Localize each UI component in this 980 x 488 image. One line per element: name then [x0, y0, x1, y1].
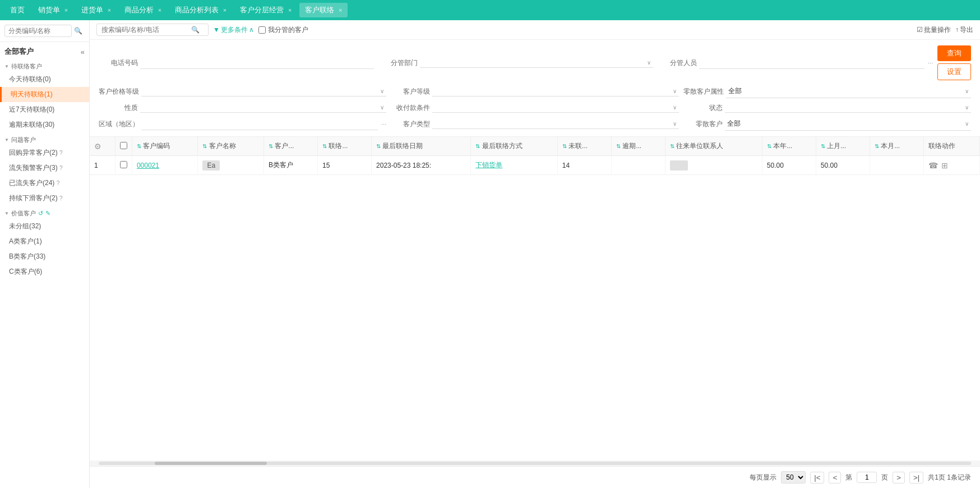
all-customers-label: 全部客户 — [4, 47, 34, 57]
action-grid-icon[interactable]: ⊞ — [941, 161, 948, 170]
horizontal-scrollbar — [90, 461, 980, 466]
nav-customer-layer[interactable]: 客户分层经营 × — [234, 3, 297, 17]
retail-attr-label: 零散客户属性 — [683, 87, 724, 96]
table-area: ⚙ ⇅ 客户编码 ⇅ 客户名称 ⇅ 客户... ⇅ 联络... ⇅ 最后联络日期… — [90, 137, 980, 461]
status-select[interactable]: ∨ — [725, 103, 971, 113]
first-page-btn[interactable]: |< — [810, 472, 824, 484]
sidebar-item-a-class[interactable]: A类客户(1) — [0, 234, 89, 249]
cell-action: ☎ ⊞ — [923, 156, 979, 175]
select-all-checkbox[interactable] — [120, 142, 127, 149]
manager-more-icon[interactable]: ··· — [928, 59, 933, 66]
problem-customer-group: ▼ 问题客户 — [0, 132, 89, 145]
customer-price-select[interactable]: ∨ — [141, 86, 386, 96]
manager-label: 分管人员 — [658, 58, 697, 68]
batch-op-btn[interactable]: ☑ 批量操作 — [917, 25, 951, 35]
filter-row-3: 性质 ∨ 收付款条件 ∨ 状态 ∨ — [99, 103, 971, 113]
cell-year-total: 50.00 — [762, 156, 816, 175]
declining-help-icon: ? — [59, 195, 63, 201]
abnormal-help-icon: ? — [59, 150, 63, 156]
col-year-total: ⇅ 本年... — [762, 137, 816, 156]
nav-purchase[interactable]: 进货单 × — [76, 3, 117, 17]
dept-select[interactable]: ∨ — [420, 58, 654, 68]
table-header-row: ⚙ ⇅ 客户编码 ⇅ 客户名称 ⇅ 客户... ⇅ 联络... ⇅ 最后联络日期… — [90, 137, 980, 156]
value-customer-group: ▼ 价值客户 ↺ ✎ — [0, 206, 89, 219]
pending-triangle-icon: ▼ — [4, 64, 9, 69]
customer-table: ⚙ ⇅ 客户编码 ⇅ 客户名称 ⇅ 客户... ⇅ 联络... ⇅ 最后联络日期… — [90, 137, 980, 175]
cell-last-month: 50.00 — [816, 156, 870, 175]
customer-price-field: 客户价格等级 ∨ — [99, 86, 386, 96]
sidebar-item-lost[interactable]: 已流失客户(24) ? — [0, 176, 89, 191]
sidebar-item-c-class[interactable]: C类客户(6) — [0, 264, 89, 279]
set-button[interactable]: 设置 — [937, 63, 971, 80]
table-row: 1 000021 Ea B类客户 15 2023-05-23 18:25: 下销… — [90, 156, 980, 175]
customer-type-select[interactable]: ∨ — [432, 119, 678, 129]
payment-select[interactable]: ∨ — [432, 103, 678, 113]
nav-home[interactable]: 首页 — [4, 3, 30, 17]
close-product-list-icon[interactable]: × — [223, 7, 226, 13]
sidebar-item-declining[interactable]: 持续下滑客户(2) ? — [0, 191, 89, 206]
export-btn[interactable]: ↑ 导出 — [955, 25, 973, 35]
region-more-icon[interactable]: ··· — [381, 121, 386, 127]
cell-last-date: 2023-05-23 18:25: — [372, 156, 471, 175]
my-customers-checkbox[interactable] — [258, 26, 266, 34]
retail-attr-select[interactable]: 全部 ∨ — [726, 85, 971, 98]
close-sales-icon[interactable]: × — [64, 7, 68, 13]
manager-input[interactable] — [699, 57, 924, 69]
last-page-btn[interactable]: >| — [909, 472, 923, 484]
phone-label: 电话号码 — [99, 58, 138, 68]
region-input[interactable] — [141, 118, 378, 130]
batch-op-check-icon: ☑ — [917, 26, 923, 34]
more-conditions-btn[interactable]: ▼ 更多条件 ∧ — [213, 25, 254, 35]
sidebar-search-input[interactable] — [4, 25, 72, 37]
value-refresh-icon[interactable]: ↺ — [38, 210, 43, 217]
sidebar-item-ungrouped[interactable]: 未分组(32) — [0, 219, 89, 234]
sidebar-item-overdue-contact[interactable]: 逾期未联络(30) — [0, 117, 89, 132]
close-purchase-icon[interactable]: × — [108, 7, 111, 13]
gender-select[interactable]: ∨ — [140, 103, 386, 113]
sidebar-item-abnormal[interactable]: 回购异常客户(2) ? — [0, 145, 89, 160]
main-layout: 🔍 全部客户 « ▼ 待联络客户 今天待联络(0) 明天待联络(1) 近7天待联… — [0, 20, 980, 488]
query-button[interactable]: 查询 — [937, 45, 971, 61]
nav-customer-contact[interactable]: 客户联络 × — [299, 3, 348, 17]
cell-uncontacted: 14 — [557, 156, 611, 175]
nav-product-list[interactable]: 商品分析列表 × — [169, 3, 232, 17]
next-page-btn[interactable]: > — [893, 472, 905, 484]
scrollbar-track — [99, 462, 971, 465]
search-input[interactable] — [101, 26, 191, 34]
sidebar-search-icon[interactable]: 🔍 — [74, 27, 82, 35]
close-customer-layer-icon[interactable]: × — [288, 7, 292, 13]
scrollbar-thumb[interactable] — [155, 462, 267, 465]
last-method-link[interactable]: 下销货单 — [475, 161, 502, 169]
search-button-icon[interactable]: 🔍 — [191, 26, 200, 34]
nav-product-analysis[interactable]: 商品分析 × — [119, 3, 167, 17]
per-page-label: 每页显示 — [750, 473, 776, 482]
customer-level-select[interactable]: ∨ — [432, 86, 678, 96]
page-number-input[interactable] — [857, 472, 877, 483]
sidebar-item-tomorrow-contact[interactable]: 明天待联络(1) — [0, 87, 89, 102]
retail-customer-select[interactable]: 全部 ∨ — [725, 117, 971, 131]
customer-code-link[interactable]: 000021 — [137, 162, 159, 169]
close-customer-contact-icon[interactable]: × — [339, 7, 342, 13]
sidebar-item-week-contact[interactable]: 近7天待联络(0) — [0, 102, 89, 117]
nav-sales[interactable]: 销货单 × — [33, 3, 73, 17]
sidebar-item-today-contact[interactable]: 今天待联络(0) — [0, 72, 89, 87]
unit-contact-masked — [670, 160, 688, 171]
value-edit-icon[interactable]: ✎ — [45, 210, 50, 217]
prev-page-btn[interactable]: < — [829, 472, 841, 484]
gear-icon[interactable]: ⚙ — [94, 142, 101, 151]
close-product-analysis-icon[interactable]: × — [158, 7, 161, 13]
retail-customer-field: 零散客户 全部 ∨ — [683, 117, 971, 131]
action-icons-group: ☎ ⊞ — [928, 161, 975, 170]
phone-input[interactable] — [140, 57, 374, 69]
payment-field: 收付款条件 ∨ — [391, 103, 678, 113]
per-page-select[interactable]: 50 — [781, 471, 806, 484]
col-type-sort-icon: ⇅ — [269, 143, 273, 149]
problem-group-label: 问题客户 — [11, 136, 36, 144]
row-checkbox[interactable] — [120, 161, 127, 168]
status-field: 状态 ∨ — [683, 103, 971, 113]
sidebar-item-warning[interactable]: 流失预警客户(3) ? — [0, 160, 89, 176]
sidebar-collapse-icon[interactable]: « — [81, 48, 85, 56]
col-last-month: ⇅ 上月... — [816, 137, 870, 156]
action-phone-icon[interactable]: ☎ — [928, 161, 938, 170]
sidebar-item-b-class[interactable]: B类客户(33) — [0, 249, 89, 264]
